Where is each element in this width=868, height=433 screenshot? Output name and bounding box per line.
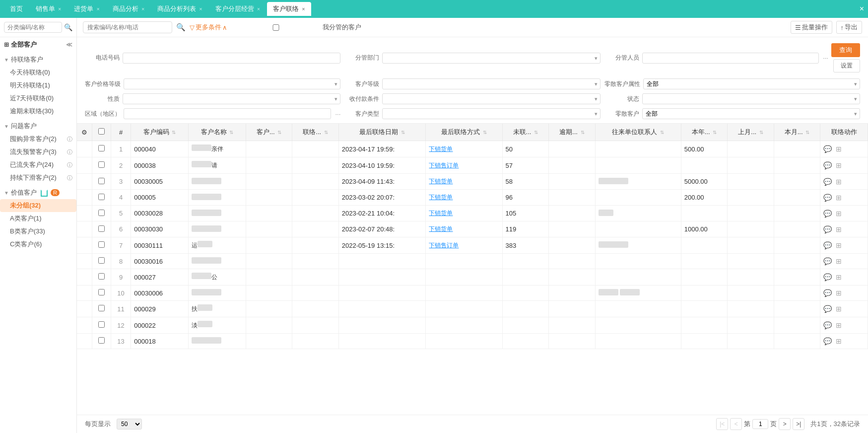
- chat-icon[interactable]: 💬: [823, 257, 832, 265]
- row-checkbox[interactable]: [98, 210, 105, 216]
- sidebar-search-input[interactable]: [4, 22, 62, 33]
- row-checkbox[interactable]: [98, 257, 105, 264]
- chat-icon[interactable]: 💬: [823, 289, 832, 297]
- last-method-col-header[interactable]: 最后联络方式 ⇅: [426, 124, 502, 141]
- query-button[interactable]: 查询: [831, 43, 860, 57]
- staff-input[interactable]: [642, 53, 819, 64]
- this-month-col-header[interactable]: 本月... ⇅: [774, 124, 820, 141]
- row-checkbox[interactable]: [98, 161, 105, 168]
- sidebar-all-customers[interactable]: ⊞ 全部客户 ≪: [0, 37, 76, 52]
- settings-col-header[interactable]: ⚙: [77, 124, 92, 141]
- name-col-header[interactable]: 客户名称 ⇅: [189, 124, 246, 141]
- grid-action-icon[interactable]: ⊞: [836, 145, 842, 153]
- tab-customer-contact[interactable]: 客户联络 ×: [267, 2, 311, 16]
- row-checkbox[interactable]: [98, 305, 105, 311]
- code-col-header[interactable]: 客户编码 ⇅: [131, 124, 189, 141]
- sidebar-item-tomorrow[interactable]: 明天待联络(1): [0, 79, 76, 92]
- chat-icon[interactable]: 💬: [823, 210, 832, 217]
- search-button-icon[interactable]: 🔍: [176, 23, 186, 32]
- phone-input[interactable]: [123, 53, 340, 64]
- row-checkbox[interactable]: [98, 225, 105, 232]
- chat-icon[interactable]: 💬: [823, 241, 832, 249]
- grid-action-icon[interactable]: ⊞: [836, 337, 842, 345]
- sidebar-item-7days[interactable]: 近7天待联络(0): [0, 92, 76, 105]
- grid-action-icon[interactable]: ⊞: [836, 210, 842, 217]
- more-conditions-button[interactable]: ▽ 更多条件 ∧: [190, 23, 227, 32]
- tab-product-analysis-list-close[interactable]: ×: [199, 6, 202, 12]
- tab-customer-contact-close[interactable]: ×: [302, 6, 305, 12]
- last-method-link[interactable]: 下销货单: [429, 194, 453, 201]
- chat-icon[interactable]: 💬: [823, 321, 832, 329]
- page-size-select[interactable]: 50 100 200: [117, 419, 142, 430]
- region-more-icon[interactable]: ···: [335, 110, 340, 118]
- this-year-col-header[interactable]: 本年... ⇅: [681, 124, 727, 141]
- sidebar-search-icon[interactable]: 🔍: [64, 23, 72, 31]
- grid-action-icon[interactable]: ⊞: [836, 257, 842, 265]
- chat-icon[interactable]: 💬: [823, 225, 832, 233]
- overdue-col-header[interactable]: 逾期... ⇅: [549, 124, 595, 141]
- sidebar-item-b[interactable]: B类客户(33): [0, 225, 76, 238]
- sidebar-group-value-title[interactable]: ▼ 价值客户 R: [0, 186, 76, 199]
- export-button[interactable]: ↑ 导出: [836, 21, 863, 34]
- last-method-link[interactable]: 下销售订单: [429, 162, 459, 169]
- last-method-link[interactable]: 下销货单: [429, 178, 453, 185]
- tab-product-analysis-list[interactable]: 商品分析列表 ×: [151, 2, 208, 16]
- tab-sales-close[interactable]: ×: [58, 6, 61, 12]
- nature-select[interactable]: [123, 93, 340, 104]
- last-method-link[interactable]: 下销货单: [429, 225, 453, 232]
- tab-customer-segment[interactable]: 客户分层经营 ×: [209, 2, 266, 16]
- price-level-select[interactable]: [124, 78, 340, 89]
- select-all-checkbox[interactable]: [98, 128, 105, 135]
- last-page-button[interactable]: >|: [793, 418, 804, 430]
- last-month-col-header[interactable]: 上月... ⇅: [728, 124, 774, 141]
- grid-action-icon[interactable]: ⊞: [836, 178, 842, 186]
- last-date-col-header[interactable]: 最后联络日期 ⇅: [338, 124, 426, 141]
- grid-action-icon[interactable]: ⊞: [836, 289, 842, 297]
- chat-icon[interactable]: 💬: [823, 337, 832, 345]
- row-checkbox[interactable]: [98, 145, 105, 151]
- sidebar-item-ungroup[interactable]: 未分组(32): [0, 199, 76, 212]
- tab-home[interactable]: 首页: [4, 2, 29, 16]
- tab-product-analysis-close[interactable]: ×: [141, 6, 144, 12]
- last-method-link[interactable]: 下销售订单: [429, 242, 459, 249]
- refresh-circle-icon[interactable]: [41, 189, 48, 197]
- tab-purchase[interactable]: 进货单 ×: [68, 2, 105, 16]
- tab-purchase-close[interactable]: ×: [96, 6, 99, 12]
- chat-icon[interactable]: 💬: [823, 273, 832, 281]
- page-number-input[interactable]: [752, 419, 768, 429]
- contact-col-header[interactable]: 联络... ⇅: [292, 124, 338, 141]
- first-page-button[interactable]: |<: [716, 418, 728, 430]
- sidebar-item-c[interactable]: C类客户(6): [0, 238, 76, 251]
- contact-person-col-header[interactable]: 往来单位联系人 ⇅: [595, 124, 681, 141]
- last-method-link[interactable]: 下销货单: [429, 145, 453, 152]
- chat-icon[interactable]: 💬: [823, 145, 832, 153]
- row-checkbox[interactable]: [98, 273, 105, 280]
- grid-action-icon[interactable]: ⊞: [836, 241, 842, 249]
- row-checkbox[interactable]: [98, 178, 105, 184]
- region-input[interactable]: [124, 108, 331, 119]
- sidebar-item-warning[interactable]: 流失预警客户(3) ⓘ: [0, 145, 76, 158]
- sidebar-group-pending-title[interactable]: ▼ 待联络客户: [0, 53, 76, 66]
- row-checkbox[interactable]: [98, 194, 105, 200]
- row-checkbox[interactable]: [98, 289, 105, 295]
- grid-action-icon[interactable]: ⊞: [836, 305, 842, 313]
- customer-type-select[interactable]: [382, 108, 600, 119]
- next-page-button[interactable]: >: [779, 418, 791, 430]
- window-close-button[interactable]: ×: [860, 4, 864, 13]
- row-checkbox[interactable]: [98, 321, 105, 328]
- chat-icon[interactable]: 💬: [823, 178, 832, 186]
- grid-action-icon[interactable]: ⊞: [836, 225, 842, 233]
- reset-button[interactable]: 设置: [833, 59, 860, 72]
- search-input[interactable]: [83, 21, 172, 33]
- sidebar-item-declining[interactable]: 持续下滑客户(2) ⓘ: [0, 171, 76, 184]
- prev-page-button[interactable]: <: [730, 418, 742, 430]
- sidebar-group-problem-title[interactable]: ▼ 问题客户: [0, 120, 76, 133]
- row-checkbox[interactable]: [98, 337, 105, 344]
- status-select[interactable]: [642, 93, 860, 104]
- payment-select[interactable]: [382, 93, 600, 104]
- grid-action-icon[interactable]: ⊞: [836, 273, 842, 281]
- sidebar-item-a[interactable]: A类客户(1): [0, 212, 76, 225]
- tab-customer-segment-close[interactable]: ×: [257, 6, 260, 12]
- retail-attr-select[interactable]: 全部: [643, 78, 860, 89]
- sidebar-item-lost[interactable]: 已流失客户(24) ⓘ: [0, 158, 76, 171]
